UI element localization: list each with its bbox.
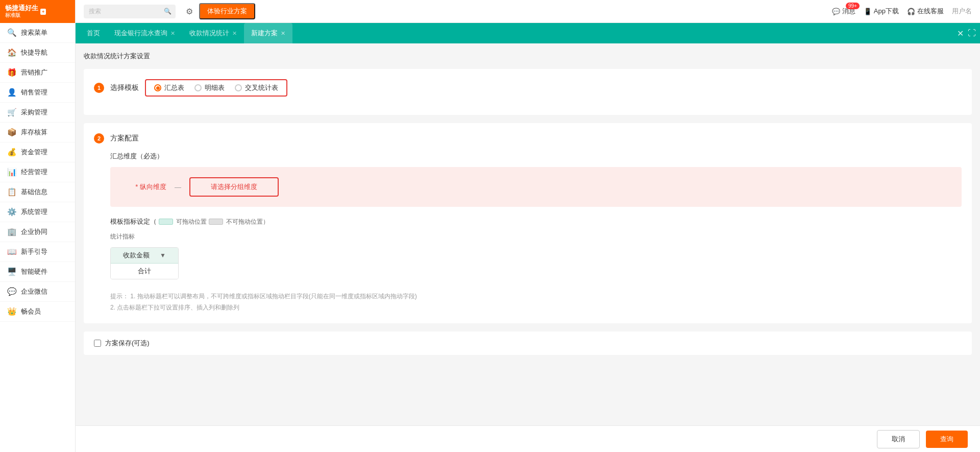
radio-summary[interactable]: 汇总表 [154,83,184,92]
query-button[interactable]: 查询 [926,431,968,448]
system-icon: ⚙️ [7,207,17,217]
operations-icon: 📊 [7,168,17,177]
radio-cross-label: 交叉统计表 [245,83,278,92]
tab-receipt-stats-label: 收款情况统计 [189,29,229,38]
tab-bar-actions: ✕ ⛶ [957,29,976,38]
cancel-button[interactable]: 取消 [877,430,920,448]
sidebar-item-purchase[interactable]: 🛒 采购管理 [0,103,75,123]
quick-nav-icon: 🏠 [7,48,17,57]
sidebar-item-label: 库存核算 [21,128,47,137]
header-right: 💬 消息 99+ 📱 App下载 🎧 在线客服 用户名 [832,7,972,16]
metrics-header-row: 模板指标设定（ 可拖动位置 不可拖动位置） [110,217,962,226]
dimension-select-button[interactable]: 请选择分组维度 [189,177,279,197]
metrics-title-text: 模板指标设定（ [110,217,157,226]
logo-subtext: 标准版 [5,12,38,19]
step1-header: 1 选择模板 汇总表 明细表 交叉统计表 [94,79,962,97]
sidebar-item-finance[interactable]: 💰 资金管理 [0,142,75,162]
tab-new-plan-close[interactable]: ✕ [281,30,285,37]
save-checkbox[interactable] [94,340,101,347]
sidebar-item-marketing[interactable]: 🎁 营销推广 [0,63,75,83]
step2-header: 2 方案配置 [94,133,962,144]
tab-home[interactable]: 首页 [80,23,107,43]
tab-bank-flow-label: 现金银行流水查询 [114,29,167,38]
tab-maximize-icon[interactable]: ⛶ [968,29,976,38]
radio-summary-label: 汇总表 [164,83,184,92]
step2-badge: 2 [94,133,104,144]
search-icon: 🔍 [164,8,172,15]
consult-label: 在线客服 [917,7,944,16]
radio-group: 汇总表 明细表 交叉统计表 [154,83,278,92]
sidebar-logo: 畅捷通好生 标准版 + [0,0,75,23]
tab-bank-flow[interactable]: 现金银行流水查询 ✕ [107,23,182,43]
fixed-box [209,219,223,225]
sidebar-item-guide[interactable]: 📖 新手引导 [0,242,75,262]
sidebar-item-label: 基础信息 [21,187,47,197]
tab-bank-flow-close[interactable]: ✕ [170,30,175,37]
tab-receipt-stats-close[interactable]: ✕ [232,30,237,37]
message-button[interactable]: 💬 消息 99+ [832,7,855,16]
hint-2: 2. 点击标题栏下拉可设置排序、插入列和删除列 [110,302,962,314]
sidebar-item-label: 搜索菜单 [21,28,47,37]
user-name[interactable]: 用户名 [952,7,972,16]
header: 搜索 🔍 ⚙ 体验行业方案 💬 消息 99+ 📱 App下载 🎧 在线客服 用户… [76,0,980,23]
step1-label: 选择模板 [110,83,139,92]
tab-bar: 首页 现金银行流水查询 ✕ 收款情况统计 ✕ 新建方案 ✕ ✕ ⛶ [76,23,980,43]
tab-new-plan[interactable]: 新建方案 ✕ [244,23,292,43]
search-placeholder-text: 搜索 [89,7,101,16]
download-button[interactable]: 📱 App下载 [864,7,899,16]
consult-icon: 🎧 [907,8,915,15]
metric-dropdown-icon[interactable]: ▼ [160,252,166,259]
sidebar-item-label: 智能硬件 [21,267,47,276]
metric-column-header: 收款金额 [123,251,150,260]
sidebar-item-operations[interactable]: 📊 经营管理 [0,162,75,182]
sidebar-item-search-menu[interactable]: 🔍 搜索菜单 [0,23,75,43]
guide-icon: 📖 [7,247,17,256]
sidebar-item-inventory[interactable]: 📦 库存核算 [0,123,75,142]
sidebar-item-enterprise-collab[interactable]: 🏢 企业协同 [0,222,75,242]
finance-icon: 💰 [7,148,17,157]
metric-table-header: 收款金额 ▼ [111,248,178,264]
dimension-arrow-icon: — [175,183,181,191]
logo-text: 畅捷通好生 [5,4,38,12]
tab-receipt-stats[interactable]: 收款情况统计 ✕ [182,23,244,43]
sidebar-item-label: 企业协同 [21,227,47,236]
draggable-box [159,219,173,225]
membership-icon: 👑 [7,307,17,316]
radio-detail[interactable]: 明细表 [194,83,225,92]
template-selection-box: 汇总表 明细表 交叉统计表 [145,79,287,97]
tab-close-all-icon[interactable]: ✕ [957,29,964,38]
header-search-box[interactable]: 搜索 🔍 [84,5,176,18]
legend-draggable: 可拖动位置 [159,218,207,226]
hints-section: 提示： 1. 拖动标题栏可以调整布局，不可跨维度或指标区域拖动栏目字段(只能在同… [110,291,962,313]
consult-button[interactable]: 🎧 在线客服 [907,7,944,16]
enterprise-wechat-icon: 💬 [7,287,17,296]
save-section: 方案保存(可选) [84,331,972,355]
sidebar-item-smart-hw[interactable]: 🖥️ 智能硬件 [0,262,75,282]
sidebar-item-label: 资金管理 [21,148,47,157]
trial-button[interactable]: 体验行业方案 [199,3,255,19]
radio-summary-circle [154,84,161,91]
metric-table: 收款金额 ▼ 合计 [110,247,179,279]
sidebar-item-system[interactable]: ⚙️ 系统管理 [0,202,75,222]
radio-cross-circle [235,84,242,91]
sidebar-item-quick-nav[interactable]: 🏠 快捷导航 [0,43,75,63]
inventory-icon: 📦 [7,128,17,137]
dimension-row: * 纵向维度 — 请选择分组维度 [126,177,946,197]
search-menu-icon: 🔍 [7,28,17,37]
sidebar-item-enterprise-wechat[interactable]: 💬 企业微信 [0,282,75,302]
tab-home-label: 首页 [87,29,100,38]
save-label: 方案保存(可选) [105,339,150,348]
radio-detail-label: 明细表 [205,83,225,92]
settings-icon[interactable]: ⚙ [186,7,193,16]
sidebar-item-label: 采购管理 [21,108,47,117]
sidebar-item-basic-info[interactable]: 📋 基础信息 [0,182,75,202]
sidebar-item-membership[interactable]: 👑 畅会员 [0,302,75,322]
header-left: 搜索 🔍 ⚙ 体验行业方案 [84,3,255,19]
sidebar-item-label: 营销推广 [21,68,47,77]
stat-title-label: 统计指标 [110,233,135,240]
dimension-section-title: 汇总维度（必选） [110,152,962,161]
message-badge: 99+ [846,3,860,9]
step1-card: 1 选择模板 汇总表 明细表 交叉统计表 [84,69,972,115]
radio-cross[interactable]: 交叉统计表 [235,83,278,92]
sidebar-item-sales[interactable]: 👤 销售管理 [0,83,75,103]
